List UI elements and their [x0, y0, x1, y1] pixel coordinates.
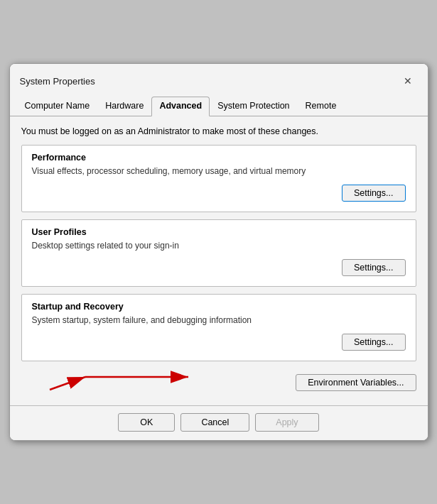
- tab-remote[interactable]: Remote: [298, 97, 345, 116]
- user-profiles-settings-button[interactable]: Settings...: [342, 259, 406, 276]
- tab-computer-name[interactable]: Computer Name: [17, 97, 98, 116]
- tab-hardware[interactable]: Hardware: [97, 97, 151, 116]
- user-profiles-desc: Desktop settings related to your sign-in: [32, 241, 406, 251]
- dialog-footer: OK Cancel Apply: [10, 405, 428, 440]
- system-properties-window: System Properties ✕ Computer Name Hardwa…: [9, 63, 428, 441]
- env-variables-row: Environment Variables...: [21, 368, 416, 398]
- cancel-button[interactable]: Cancel: [180, 413, 249, 432]
- tab-system-protection[interactable]: System Protection: [210, 97, 297, 116]
- tab-advanced[interactable]: Advanced: [151, 97, 210, 116]
- tab-content: You must be logged on as an Administrato…: [10, 116, 428, 405]
- apply-button[interactable]: Apply: [255, 413, 318, 432]
- arrow-container: [43, 370, 199, 395]
- performance-title: Performance: [32, 153, 406, 163]
- startup-recovery-settings-button[interactable]: Settings...: [342, 334, 406, 351]
- performance-desc: Visual effects, processor scheduling, me…: [32, 166, 406, 176]
- red-arrow-icon: [43, 370, 199, 395]
- ok-button[interactable]: OK: [118, 413, 175, 432]
- startup-recovery-desc: System startup, system failure, and debu…: [32, 315, 406, 325]
- env-variables-button[interactable]: Environment Variables...: [296, 374, 416, 391]
- startup-recovery-section: Startup and Recovery System startup, sys…: [21, 294, 416, 361]
- title-bar: System Properties ✕: [10, 64, 428, 91]
- window-title: System Properties: [20, 76, 95, 87]
- performance-section: Performance Visual effects, processor sc…: [21, 145, 416, 212]
- svg-line-1: [50, 377, 85, 390]
- startup-recovery-title: Startup and Recovery: [32, 302, 406, 312]
- admin-note: You must be logged on as an Administrato…: [21, 126, 416, 136]
- tab-bar: Computer Name Hardware Advanced System P…: [10, 92, 428, 116]
- performance-settings-button[interactable]: Settings...: [342, 185, 406, 202]
- user-profiles-section: User Profiles Desktop settings related t…: [21, 219, 416, 287]
- close-button[interactable]: ✕: [398, 71, 418, 91]
- user-profiles-title: User Profiles: [32, 227, 406, 237]
